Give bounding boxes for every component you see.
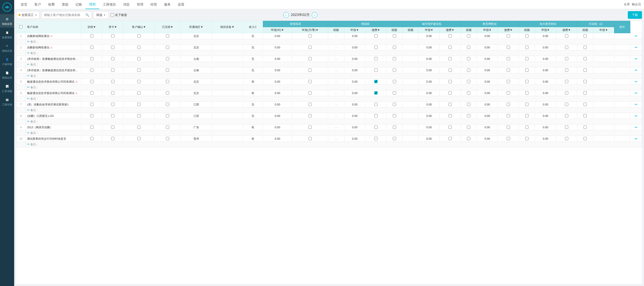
city-declare-checkbox[interactable] bbox=[448, 68, 452, 72]
local-pay-checkbox[interactable] bbox=[583, 34, 587, 38]
city-pay-checkbox[interactable] bbox=[467, 137, 470, 140]
edu-pay-checkbox[interactable] bbox=[525, 68, 529, 72]
confirm-checkbox[interactable] bbox=[137, 126, 141, 129]
confirm-checkbox[interactable] bbox=[137, 68, 141, 72]
local-declare-checkbox[interactable] bbox=[565, 34, 568, 38]
chaoshui-checkbox[interactable] bbox=[90, 137, 93, 140]
edit-note-icon[interactable]: ✏ bbox=[27, 74, 30, 78]
city-declare-checkbox[interactable] bbox=[448, 126, 452, 129]
vat-declare-checkbox[interactable] bbox=[374, 68, 378, 72]
employee-select[interactable]: 全部员工 ▼ bbox=[16, 11, 40, 19]
city-declare-checkbox[interactable] bbox=[448, 114, 452, 117]
edu-declare-checkbox[interactable] bbox=[507, 68, 510, 72]
fin-year-checkbox[interactable] bbox=[308, 46, 312, 49]
paid-checkbox[interactable] bbox=[166, 68, 169, 72]
edu-declare-checkbox[interactable] bbox=[507, 91, 510, 95]
fin-year-checkbox[interactable] bbox=[308, 57, 312, 60]
local-pay-checkbox[interactable] bbox=[583, 126, 587, 129]
vat-declare-checkbox[interactable] bbox=[374, 103, 378, 106]
paid-checkbox[interactable] bbox=[166, 57, 169, 60]
city-pay-checkbox[interactable] bbox=[467, 114, 470, 117]
local-declare-checkbox[interactable] bbox=[565, 46, 568, 49]
city-declare-checkbox[interactable] bbox=[448, 46, 452, 49]
nav-settings[interactable]: 设置 bbox=[174, 0, 188, 9]
city-declare-checkbox[interactable] bbox=[448, 57, 452, 60]
huaka-checkbox[interactable] bbox=[111, 137, 114, 140]
chaoshui-checkbox[interactable] bbox=[90, 34, 93, 38]
city-pay-checkbox[interactable] bbox=[467, 126, 470, 129]
edit-icon[interactable]: ✏ bbox=[635, 114, 638, 118]
confirm-checkbox[interactable] bbox=[137, 34, 141, 38]
sidebar-item-personal-tax[interactable]: 👤 个税申报 bbox=[0, 55, 14, 68]
local-pay-checkbox[interactable] bbox=[583, 46, 587, 49]
city-declare-checkbox[interactable] bbox=[448, 137, 452, 140]
nav-home[interactable]: 首页 bbox=[17, 0, 31, 9]
paid-checkbox[interactable] bbox=[166, 80, 169, 83]
chaoshui-checkbox[interactable] bbox=[90, 91, 93, 95]
nav-manage[interactable]: 管理 bbox=[133, 0, 147, 9]
next-month-btn[interactable]: › bbox=[312, 12, 317, 18]
city-declare-checkbox[interactable] bbox=[448, 80, 452, 83]
paid-checkbox[interactable] bbox=[166, 103, 169, 106]
sidebar-item-summary[interactable]: 📊 汇算清缴 bbox=[0, 81, 14, 95]
edu-declare-checkbox[interactable] bbox=[507, 34, 510, 38]
huaka-checkbox[interactable] bbox=[111, 103, 114, 106]
city-declare-checkbox[interactable] bbox=[448, 103, 452, 106]
paid-checkbox[interactable] bbox=[166, 91, 169, 95]
edu-pay-checkbox[interactable] bbox=[525, 103, 529, 106]
huaka-checkbox[interactable] bbox=[111, 91, 114, 95]
edu-pay-checkbox[interactable] bbox=[525, 126, 529, 129]
city-pay-checkbox[interactable] bbox=[467, 46, 470, 49]
nav-collection[interactable]: 收费 bbox=[45, 0, 58, 9]
city-pay-checkbox[interactable] bbox=[467, 91, 470, 95]
edu-pay-checkbox[interactable] bbox=[525, 137, 529, 140]
fin-year-checkbox[interactable] bbox=[308, 114, 312, 117]
vat-pay-checkbox[interactable] bbox=[393, 57, 396, 60]
paid-checkbox[interactable] bbox=[166, 34, 169, 38]
vat-pay-checkbox[interactable] bbox=[393, 103, 396, 106]
edit-note-icon[interactable]: ✏ bbox=[27, 63, 30, 66]
nav-message[interactable]: 消息 bbox=[120, 0, 133, 9]
confirm-checkbox[interactable] bbox=[137, 91, 141, 95]
confirm-checkbox[interactable] bbox=[137, 80, 141, 83]
filter-button[interactable]: 筛选 ▼ bbox=[93, 11, 109, 19]
edit-icon[interactable]: ✏ bbox=[635, 68, 638, 72]
paid-checkbox[interactable] bbox=[166, 46, 169, 49]
membership-btn[interactable]: 畅会员 bbox=[632, 2, 641, 7]
chaoshui-checkbox[interactable] bbox=[90, 68, 93, 72]
fin-year-checkbox[interactable] bbox=[308, 34, 312, 38]
huaka-checkbox[interactable] bbox=[111, 80, 114, 83]
city-pay-checkbox[interactable] bbox=[467, 68, 470, 72]
city-pay-checkbox[interactable] bbox=[467, 80, 470, 83]
edit-note-icon[interactable]: ✏ bbox=[27, 51, 30, 55]
confirm-checkbox[interactable] bbox=[137, 46, 141, 49]
sidebar-item-tax-view[interactable]: 👁 报税总览 bbox=[0, 41, 14, 55]
named-accounts-checkbox[interactable] bbox=[111, 13, 114, 17]
chaoshui-checkbox[interactable] bbox=[90, 103, 93, 106]
local-pay-checkbox[interactable] bbox=[583, 137, 587, 140]
nav-records[interactable]: 记账 bbox=[72, 0, 86, 9]
confirm-checkbox[interactable] bbox=[137, 103, 141, 106]
vat-pay-checkbox[interactable] bbox=[393, 126, 396, 129]
select-all-checkbox[interactable] bbox=[19, 25, 23, 28]
download-button[interactable]: 下载 bbox=[628, 11, 642, 19]
local-declare-checkbox[interactable] bbox=[565, 80, 568, 83]
local-declare-checkbox[interactable] bbox=[565, 68, 568, 72]
edit-note-icon[interactable]: ✏ bbox=[27, 142, 30, 146]
fin-year-checkbox[interactable] bbox=[308, 68, 312, 72]
local-pay-checkbox[interactable] bbox=[583, 114, 587, 117]
tax-table-container[interactable]: 客户名称 抄税▼ 滑卡▼ 客户确认▼ 已完税▼ 所属地区▼ 税控设备▼ 收入C … bbox=[16, 21, 642, 284]
fin-year-checkbox[interactable] bbox=[308, 103, 312, 106]
local-declare-checkbox[interactable] bbox=[565, 126, 568, 129]
sidebar-item-batch-tax[interactable]: 📋 批量报税 bbox=[0, 28, 14, 41]
edit-icon[interactable]: ✏ bbox=[635, 125, 638, 129]
vat-pay-checkbox[interactable] bbox=[393, 137, 396, 140]
vat-declare-checkbox[interactable] bbox=[374, 57, 378, 60]
edu-declare-checkbox[interactable] bbox=[507, 46, 510, 49]
edu-pay-checkbox[interactable] bbox=[525, 91, 529, 95]
huaka-checkbox[interactable] bbox=[111, 57, 114, 60]
edit-icon[interactable]: ✏ bbox=[635, 91, 638, 95]
nav-client[interactable]: 客户 bbox=[31, 0, 45, 9]
edit-icon[interactable]: ✏ bbox=[635, 137, 638, 141]
paid-checkbox[interactable] bbox=[166, 137, 169, 140]
